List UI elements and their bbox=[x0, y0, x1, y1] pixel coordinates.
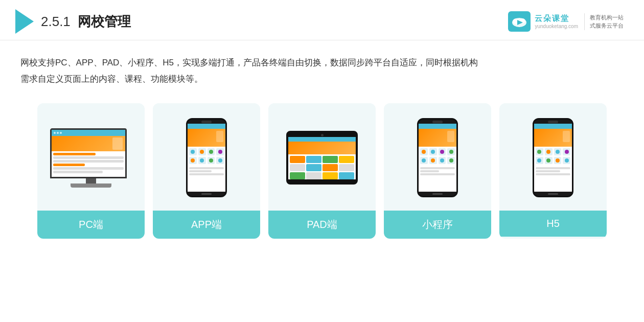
icon-circle bbox=[191, 150, 195, 154]
phone-screen-hero-h5 bbox=[534, 129, 572, 147]
pad-cell bbox=[339, 172, 354, 179]
pad-screen-hero bbox=[288, 142, 356, 154]
header: 2.5.1 网校管理 云朵课堂 yunduoketang.com bbox=[0, 0, 644, 40]
phone-icon-item bbox=[189, 148, 197, 155]
phone-row bbox=[536, 173, 570, 175]
phone-icon-item bbox=[563, 157, 570, 164]
phone-icon-item bbox=[420, 157, 428, 164]
icon-circle bbox=[200, 150, 204, 154]
brand-text-block: 云朵课堂 yunduoketang.com bbox=[535, 14, 578, 29]
phone-icon-item bbox=[536, 148, 543, 155]
pc-card: PC端 bbox=[37, 103, 145, 239]
pc-nav bbox=[52, 130, 125, 136]
phone-icon-grid-h5 bbox=[534, 147, 572, 166]
phone-home-bar-mini bbox=[432, 193, 443, 195]
phone-icon-item bbox=[189, 157, 197, 164]
phone-screen-h5 bbox=[534, 124, 572, 192]
brand-tagline: 教育机构一站 式服务云平台 bbox=[584, 13, 624, 30]
h5-image-area bbox=[499, 103, 607, 211]
app-card: APP端 bbox=[153, 103, 260, 239]
phone-icon-item bbox=[216, 148, 224, 155]
icon-circle bbox=[556, 150, 560, 154]
phone-icon-item bbox=[554, 148, 562, 155]
h5-label: H5 bbox=[499, 211, 607, 237]
page-title: 2.5.1 网校管理 bbox=[41, 13, 131, 31]
phone-screen bbox=[188, 124, 225, 192]
miniprogram-image-area bbox=[384, 103, 491, 211]
h5-card: H5 bbox=[499, 103, 607, 239]
pc-stand bbox=[86, 178, 96, 183]
icon-circle bbox=[440, 150, 444, 154]
app-image-area bbox=[153, 103, 260, 211]
icon-circle bbox=[565, 150, 569, 154]
phone-icon-item bbox=[545, 148, 553, 155]
icon-circle bbox=[449, 158, 453, 163]
pad-cell bbox=[323, 164, 338, 171]
section-number: 2.5.1 bbox=[41, 14, 71, 29]
icon-circle bbox=[431, 150, 435, 154]
phone-icon-item bbox=[554, 157, 562, 164]
phone-body-h5 bbox=[533, 118, 573, 197]
phone-content-rows-mini bbox=[419, 166, 456, 177]
pc-label: PC端 bbox=[37, 211, 145, 239]
icon-circle bbox=[422, 158, 426, 163]
pad-cell bbox=[306, 172, 321, 179]
pad-cell bbox=[339, 156, 354, 163]
pc-mockup bbox=[50, 128, 132, 188]
phone-icon-item bbox=[439, 148, 446, 155]
phone-bottom-mini bbox=[419, 192, 456, 196]
phone-row bbox=[189, 173, 224, 175]
pad-card: PAD端 bbox=[268, 103, 376, 239]
pc-image-area bbox=[37, 103, 145, 211]
icon-circle bbox=[209, 150, 213, 154]
phone-notch-dot-mini bbox=[432, 121, 443, 123]
phone-icon-item bbox=[429, 148, 437, 155]
phone-content-rows-h5 bbox=[534, 166, 572, 177]
phone-row bbox=[420, 170, 439, 172]
icon-circle bbox=[431, 158, 435, 163]
phone-icon-item bbox=[420, 148, 428, 155]
pad-screen-nav bbox=[288, 137, 356, 142]
phone-content-rows bbox=[188, 166, 225, 177]
title-text: 网校管理 bbox=[78, 14, 131, 29]
phone-notch-h5 bbox=[534, 120, 572, 124]
pad-cell bbox=[339, 164, 354, 171]
phone-body-mini bbox=[417, 118, 458, 197]
phone-icon-item bbox=[545, 157, 553, 164]
pad-cell bbox=[323, 156, 338, 163]
phone-bottom bbox=[188, 192, 225, 196]
pc-screen bbox=[50, 128, 127, 178]
phone-row bbox=[536, 167, 570, 169]
phone-icon-item bbox=[208, 148, 215, 155]
icon-circle bbox=[537, 158, 541, 163]
phone-icon-item bbox=[563, 148, 570, 155]
pc-nav-dot bbox=[60, 132, 62, 134]
pad-home-bar bbox=[288, 179, 356, 182]
pc-row bbox=[53, 160, 124, 163]
pc-hero bbox=[52, 136, 125, 151]
icon-circle bbox=[191, 158, 195, 163]
pc-row bbox=[53, 153, 96, 155]
description-text: 网校支持PC、APP、PAD、小程序、H5，实现多端打通，产品各终端自由切换，数… bbox=[20, 55, 624, 88]
icon-circle bbox=[546, 158, 550, 163]
pad-body bbox=[286, 131, 358, 185]
icon-circle bbox=[209, 158, 213, 163]
pad-cell bbox=[306, 164, 321, 171]
header-left: 2.5.1 网校管理 bbox=[15, 9, 131, 34]
icon-circle bbox=[440, 158, 444, 163]
icon-circle bbox=[200, 158, 204, 163]
pad-cell bbox=[290, 164, 305, 171]
phone-notch-dot-h5 bbox=[548, 121, 558, 123]
phone-icon-item bbox=[447, 148, 455, 155]
phone-mockup-mini bbox=[417, 118, 458, 197]
logo-arrow-icon bbox=[15, 9, 34, 34]
icon-circle bbox=[537, 150, 541, 154]
phone-row bbox=[420, 173, 455, 175]
cards-section: PC端 bbox=[0, 93, 644, 254]
pad-grid bbox=[288, 154, 356, 179]
brand-cn-name: 云朵课堂 bbox=[535, 14, 578, 24]
pc-row bbox=[53, 156, 124, 159]
pc-screen-content bbox=[52, 130, 125, 177]
pad-cell bbox=[306, 156, 321, 163]
phone-notch-dot bbox=[201, 121, 212, 123]
